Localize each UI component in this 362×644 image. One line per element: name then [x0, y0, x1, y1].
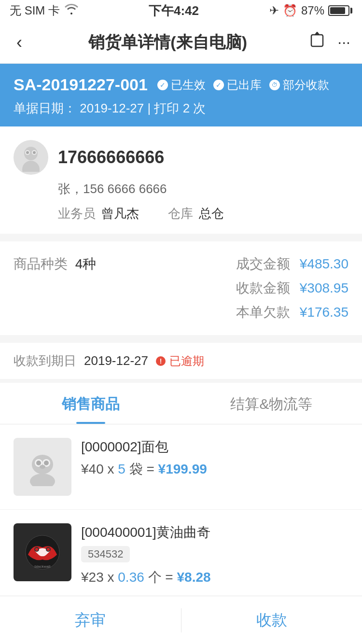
badge-shipped: ✓ 已出库: [213, 77, 262, 93]
svg-point-18: [35, 548, 38, 551]
collect-payment-button[interactable]: 收款: [181, 600, 362, 641]
svg-text:blackwall: blackwall: [35, 564, 51, 569]
product-price-2: ¥23 x 0.36 个 = ¥8.28: [81, 568, 348, 587]
check-icon-2: ✓: [213, 80, 224, 90]
svg-point-12: [44, 461, 49, 465]
status-left: 无 SIM 卡: [10, 3, 78, 18]
due-date-section: 收款到期日 2019-12-27 ! 已逾期: [0, 343, 362, 379]
product-name-1: [0000002]面包: [81, 438, 348, 456]
product-kind-stat: 商品种类 4种: [14, 255, 96, 273]
sales-label: 业务员: [58, 205, 96, 222]
badge-partial-payment: ⏱ 部分收款: [269, 77, 329, 93]
nav-actions: ···: [308, 32, 350, 53]
status-bar: 无 SIM 卡 下午4:42 ✈ ⏰ 87%: [0, 0, 362, 21]
order-header-banner: SA-20191227-001 ✓ 已生效 ✓ 已出库 ⏱ 部分收款 单据日期：…: [0, 64, 362, 126]
product-image-1: [14, 438, 71, 496]
product-sku-2: 534532: [81, 546, 130, 562]
received-row: 收款金额 ¥308.95: [236, 279, 348, 297]
badge-effective: ✓ 已生效: [157, 77, 206, 93]
product-name-2: [000400001]黄油曲奇: [81, 523, 348, 542]
product-total-1: ¥199.99: [158, 462, 207, 476]
product-price-1: ¥40 x 5 袋 = ¥199.99: [81, 460, 348, 478]
debt-value: ¥176.35: [300, 305, 348, 320]
customer-name-phone: 张，156 6666 6666: [14, 181, 348, 197]
nav-bar: ‹ 销货单详情(来自电脑) ···: [0, 21, 362, 64]
svg-point-19: [47, 548, 50, 551]
more-icon[interactable]: ···: [337, 33, 350, 51]
overdue-icon: !: [156, 356, 166, 366]
status-time: 下午4:42: [149, 2, 199, 19]
svg-rect-0: [311, 35, 323, 46]
product-qty-1: 5: [118, 462, 125, 476]
product-image-2: blackwall: [14, 523, 71, 581]
product-list: [0000002]面包 ¥40 x 5 袋 = ¥199.99: [0, 424, 362, 601]
customer-section: 17666666666 张，156 6666 6666 业务员 曾凡杰 仓库 总…: [0, 126, 362, 234]
check-icon-1: ✓: [157, 80, 168, 90]
page-title: 销货单详情(来自电脑): [88, 31, 247, 54]
svg-point-2: [22, 161, 40, 172]
wifi-icon: [65, 4, 78, 17]
warehouse-value: 总仓: [199, 205, 224, 222]
stats-right: 成交金额 ¥485.30 收款金额 ¥308.95 本单欠款 ¥176.35: [236, 255, 348, 322]
svg-point-13: [40, 465, 45, 469]
product-info-1: [0000002]面包 ¥40 x 5 袋 = ¥199.99: [81, 438, 348, 478]
overdue-badge: ! 已逾期: [156, 353, 204, 369]
stats-section: 商品种类 4种 成交金额 ¥485.30 收款金额 ¥308.95 本单欠款 ¥…: [0, 241, 362, 335]
status-badges: ✓ 已生效 ✓ 已出库 ⏱ 部分收款: [157, 77, 329, 93]
tabs-container: 销售商品 结算&物流等: [0, 383, 362, 424]
svg-point-5: [26, 151, 29, 154]
share-icon[interactable]: [308, 32, 326, 53]
kind-label: 商品种类: [14, 256, 68, 271]
svg-point-6: [33, 151, 36, 154]
order-date-info: 单据日期： 2019-12-27 | 打印 2 次: [14, 100, 348, 117]
product-qty-2: 0.36: [118, 570, 144, 585]
stats-left: 商品种类 4种: [14, 255, 96, 273]
clock-icon: ⏱: [269, 80, 280, 90]
customer-meta: 业务员 曾凡杰 仓库 总仓: [14, 205, 348, 222]
debt-row: 本单欠款 ¥176.35: [236, 303, 348, 322]
kind-value: 4种: [75, 256, 97, 271]
amount-row: 成交金额 ¥485.30: [236, 255, 348, 273]
sales-value: 曾凡杰: [101, 205, 139, 222]
avatar: [14, 140, 48, 175]
back-button[interactable]: ‹: [12, 28, 27, 57]
carrier-text: 无 SIM 卡: [10, 3, 60, 18]
location-icon: ✈: [269, 4, 279, 17]
cancel-audit-button[interactable]: 弃审: [0, 600, 181, 641]
customer-row: 17666666666: [14, 140, 348, 175]
received-value: ¥308.95: [300, 280, 348, 296]
order-id: SA-20191227-001: [14, 75, 148, 94]
tab-sales-products[interactable]: 销售商品: [0, 383, 181, 424]
svg-point-8: [30, 474, 55, 486]
due-label: 收款到期日: [14, 352, 76, 369]
due-date-value: 2019-12-27: [84, 353, 148, 368]
debt-label: 本单欠款: [236, 303, 290, 322]
overdue-label: 已逾期: [169, 353, 204, 369]
bottom-bar: 弃审 收款: [0, 596, 362, 644]
svg-point-11: [36, 461, 41, 465]
amount-label: 成交金额: [236, 255, 290, 273]
list-item: [0000002]面包 ¥40 x 5 袋 = ¥199.99: [0, 424, 362, 510]
customer-id: 17666666666: [58, 147, 164, 168]
battery-percentage: 87%: [301, 4, 324, 17]
list-item: blackwall [000400001]黄油曲奇 534532 ¥23 x 0…: [0, 510, 362, 601]
warehouse-label: 仓库: [168, 205, 193, 222]
status-right: ✈ ⏰ 87%: [269, 4, 352, 17]
received-label: 收款金额: [236, 279, 290, 297]
product-info-2: [000400001]黄油曲奇 534532 ¥23 x 0.36 个 = ¥8…: [81, 523, 348, 587]
alarm-icon: ⏰: [283, 4, 297, 17]
product-total-2: ¥8.28: [177, 570, 210, 585]
tab-settlement-logistics[interactable]: 结算&物流等: [181, 383, 362, 424]
battery-icon: [328, 5, 352, 16]
amount-value: ¥485.30: [300, 256, 348, 272]
